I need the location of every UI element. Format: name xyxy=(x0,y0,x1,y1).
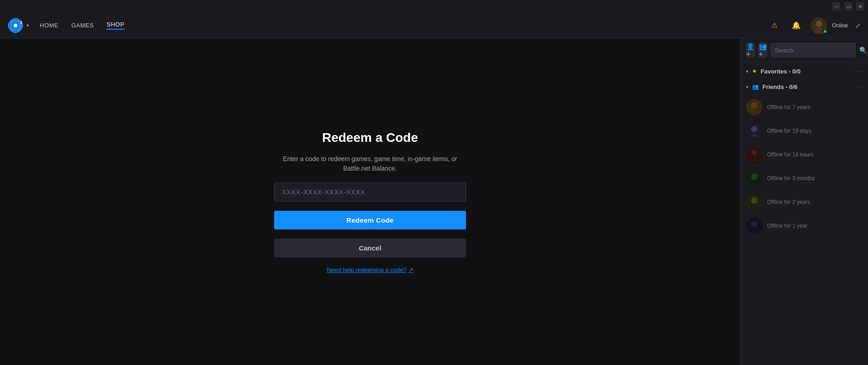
favorites-section-label: Favorites - 0/0 xyxy=(761,68,800,75)
friend-avatar-4 xyxy=(746,170,762,187)
external-link-small-icon: ↗ xyxy=(408,266,413,273)
sidebar: 👤+ 👥+ 🔍 ▾ ★ Favorites - 0/0 ··· ▾ 👥 Frie… xyxy=(740,38,868,365)
friend-info-2: Offline for 19 days xyxy=(767,128,811,134)
battlenet-logo-icon: 1 xyxy=(7,17,24,34)
friend-avatar-5 xyxy=(746,194,762,210)
search-icon: 🔍 xyxy=(859,47,867,54)
friend-status-4: Offline for 3 months xyxy=(767,175,815,182)
svg-point-15 xyxy=(751,173,757,180)
friends-section-header[interactable]: ▾ 👥 Friends - 0/6 ··· xyxy=(741,78,868,94)
friend-avatar-6 xyxy=(746,218,762,234)
friends-menu-icon[interactable]: ··· xyxy=(855,83,863,91)
logo-chevron-icon: ▾ xyxy=(26,23,29,28)
minimize-button[interactable]: ─ xyxy=(832,2,841,10)
friend-avatar-1 xyxy=(746,99,762,115)
favorites-section-header[interactable]: ▾ ★ Favorites - 0/0 ··· xyxy=(741,63,868,78)
svg-point-13 xyxy=(752,150,757,155)
list-item[interactable]: Offline for 7 years xyxy=(741,95,868,119)
list-item[interactable]: Offline for 14 hours xyxy=(741,143,868,167)
friend-info-5: Offline for 2 years xyxy=(767,199,810,205)
redeem-panel: Redeem a Code Enter a code to redeem gam… xyxy=(274,130,466,273)
restore-button[interactable]: ▭ xyxy=(844,2,852,10)
notifications-button[interactable]: 🔔 xyxy=(789,18,804,33)
help-link[interactable]: Need help redeeming a code? ↗ xyxy=(327,266,413,273)
list-item[interactable]: Offline for 19 days xyxy=(741,119,868,143)
user-status-label: Online xyxy=(832,22,848,29)
friends-search-input[interactable] xyxy=(771,43,856,57)
favorites-arrow-icon: ▾ xyxy=(746,69,748,74)
nav-games[interactable]: GAMES xyxy=(71,22,94,29)
friend-info-1: Offline for 7 years xyxy=(767,104,810,110)
cancel-button[interactable]: Cancel xyxy=(274,239,466,257)
online-status-dot xyxy=(823,29,827,34)
add-friend-button[interactable]: 👤+ xyxy=(746,43,755,57)
friend-list: Offline for 7 years Offline for 19 days … xyxy=(741,94,868,240)
redeem-code-button[interactable]: Redeem Code xyxy=(274,211,466,229)
list-item[interactable]: Offline for 3 months xyxy=(741,167,868,190)
svg-point-11 xyxy=(751,126,757,132)
friend-avatar-3 xyxy=(746,146,762,163)
redeem-subtitle: Enter a code to redeem games, game time,… xyxy=(274,154,466,173)
friends-group-icon: 👥 xyxy=(752,83,759,90)
svg-point-3 xyxy=(14,24,17,27)
list-item[interactable]: Offline for 1 year xyxy=(741,214,868,238)
recent-players-button[interactable]: 👥+ xyxy=(758,43,767,57)
favorites-menu-icon[interactable]: ··· xyxy=(855,67,863,75)
friend-status-1: Offline for 7 years xyxy=(767,104,810,110)
friend-avatar-2 xyxy=(746,123,762,139)
main-content: Redeem a Code Enter a code to redeem gam… xyxy=(0,38,740,365)
recent-players-icon: 👥+ xyxy=(759,43,767,57)
friend-info-4: Offline for 3 months xyxy=(767,175,815,182)
nav-shop[interactable]: SHOP xyxy=(106,21,124,30)
friend-status-5: Offline for 2 years xyxy=(767,199,810,205)
friends-section-label: Friends - 0/6 xyxy=(762,83,798,90)
friend-status-2: Offline for 19 days xyxy=(767,128,811,134)
friends-arrow-icon: ▾ xyxy=(746,84,748,89)
user-area[interactable]: Online xyxy=(811,17,848,34)
favorites-star-icon: ★ xyxy=(752,68,757,74)
svg-point-19 xyxy=(751,221,757,227)
friend-status-3: Offline for 14 hours xyxy=(767,151,814,158)
add-friend-icon: 👤+ xyxy=(746,43,754,57)
friend-info-6: Offline for 1 year xyxy=(767,223,808,229)
svg-point-6 xyxy=(816,21,822,27)
svg-point-9 xyxy=(751,102,757,109)
redeem-title: Redeem a Code xyxy=(322,130,418,145)
friend-info-3: Offline for 14 hours xyxy=(767,151,814,158)
svg-point-17 xyxy=(751,197,757,203)
code-input[interactable] xyxy=(274,182,466,202)
main-layout: Redeem a Code Enter a code to redeem gam… xyxy=(0,38,868,365)
nav-right: ⚠ 🔔 Online ⤢ xyxy=(767,17,861,34)
warning-button[interactable]: ⚠ xyxy=(767,18,782,33)
list-item[interactable]: Offline for 2 years xyxy=(741,190,868,214)
nav-home[interactable]: HOME xyxy=(40,22,58,29)
logo-area[interactable]: 1 ▾ xyxy=(7,17,29,34)
external-link-icon[interactable]: ⤢ xyxy=(855,22,861,29)
help-link-text: Need help redeeming a code? xyxy=(327,266,406,273)
svg-text:1: 1 xyxy=(20,20,22,25)
title-bar: ─ ▭ ✕ xyxy=(0,0,868,13)
friend-status-6: Offline for 1 year xyxy=(767,223,808,229)
navbar: 1 ▾ HOME GAMES SHOP ⚠ 🔔 Online ⤢ xyxy=(0,13,868,38)
close-button[interactable]: ✕ xyxy=(856,2,864,10)
user-avatar xyxy=(811,17,827,34)
nav-links: HOME GAMES SHOP xyxy=(40,21,756,30)
sidebar-top-bar: 👤+ 👥+ 🔍 xyxy=(741,38,868,63)
